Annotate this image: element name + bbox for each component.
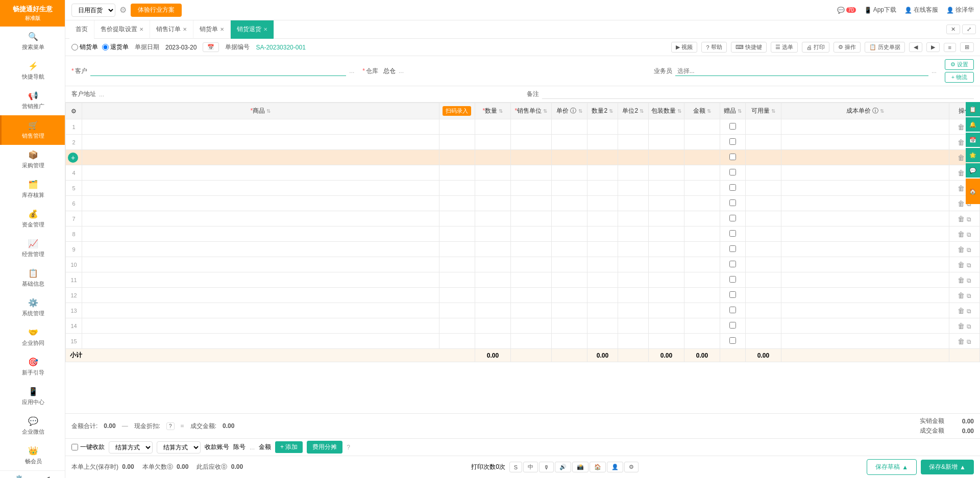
qty2-cell-4[interactable] (587, 165, 618, 181)
copy-btn-11[interactable]: ⧉ (967, 277, 971, 284)
footer-icon-5[interactable]: 📸 (572, 462, 589, 472)
product-input-2[interactable] (84, 138, 437, 146)
unit-cell-11[interactable] (510, 272, 551, 288)
shortcut-btn[interactable]: ⌨ 快捷键 (731, 42, 767, 53)
amount-cell-5[interactable] (684, 181, 720, 196)
product-input-3[interactable] (84, 154, 437, 161)
list-view-btn[interactable]: ≡ (944, 43, 956, 52)
qty-cell-15[interactable] (475, 334, 510, 349)
avail-cell-4[interactable] (745, 165, 781, 181)
topbar-settings-icon[interactable]: ⚙ (119, 5, 127, 15)
price-cell-1[interactable] (551, 119, 587, 135)
sidebar-item-member[interactable]: 👑 畅会员 (0, 441, 65, 470)
del-btn-14[interactable]: 🗑 (958, 322, 965, 330)
gift-checkbox-11[interactable] (729, 276, 736, 283)
product-cell-13[interactable] (82, 303, 439, 318)
gift-cell-8[interactable] (720, 227, 745, 242)
tab-close-all-btn[interactable]: ✕ (946, 24, 960, 34)
cost-cell-1[interactable] (781, 119, 949, 135)
unit2-cell-12[interactable] (618, 288, 648, 303)
copy-btn-15[interactable]: ⧉ (967, 338, 971, 345)
price-cell-10[interactable] (551, 257, 587, 272)
product-input-10[interactable] (84, 261, 437, 268)
product-cell-7[interactable] (82, 211, 439, 227)
tab-sales-order-close[interactable]: ✕ (183, 27, 187, 32)
gift-cell-14[interactable] (720, 318, 745, 334)
cost-cell-12[interactable] (781, 288, 949, 303)
qty2-cell-3[interactable] (587, 150, 618, 165)
experience-btn[interactable]: 体验行业方案 (131, 4, 182, 17)
footer-icon-3[interactable]: 🎙 (539, 462, 554, 472)
gift-checkbox-5[interactable] (729, 184, 736, 191)
qty-cell-1[interactable] (475, 119, 510, 135)
pkg-cell-10[interactable] (648, 257, 684, 272)
unit-cell-13[interactable] (510, 303, 551, 318)
qty2-cell-1[interactable] (587, 119, 618, 135)
right-float-btn-5[interactable]: 💬 (966, 163, 980, 178)
product-cell-10[interactable] (82, 257, 439, 272)
qty-cell-11[interactable] (475, 272, 510, 288)
address-dots[interactable]: ... (99, 91, 104, 98)
radio-return[interactable]: 退货单 (102, 43, 129, 52)
qty2-cell-15[interactable] (587, 334, 618, 349)
unit-cell-4[interactable] (510, 165, 551, 181)
select-btn[interactable]: ☰ 选单 (771, 42, 798, 53)
amount-cell-3[interactable] (684, 150, 720, 165)
qty-cell-10[interactable] (475, 257, 510, 272)
pkg-cell-6[interactable] (648, 196, 684, 211)
unit2-cell-9[interactable] (618, 242, 648, 257)
tab-sales-return-close[interactable]: ✕ (263, 27, 267, 32)
gift-cell-15[interactable] (720, 334, 745, 349)
gift-checkbox-6[interactable] (729, 199, 736, 206)
unit-cell-3[interactable] (510, 150, 551, 165)
gift-cell-7[interactable] (720, 211, 745, 227)
footer-icon-6[interactable]: 🏠 (590, 462, 606, 472)
gift-checkbox-13[interactable] (729, 307, 736, 313)
amount-cell-14[interactable] (684, 318, 720, 334)
product-input-9[interactable] (84, 245, 437, 253)
product-cell-3[interactable] (82, 150, 439, 165)
fee-help-icon[interactable]: ? (347, 444, 350, 451)
unit-cell-6[interactable] (510, 196, 551, 211)
qty-cell-8[interactable] (475, 227, 510, 242)
qty2-cell-2[interactable] (587, 135, 618, 150)
gift-cell-6[interactable] (720, 196, 745, 211)
gift-cell-9[interactable] (720, 242, 745, 257)
fee-split-btn[interactable]: 费用分摊 (307, 441, 342, 454)
pkg-cell-12[interactable] (648, 288, 684, 303)
qty-cell-2[interactable] (475, 135, 510, 150)
unit-cell-14[interactable] (510, 318, 551, 334)
price-cell-8[interactable] (551, 227, 587, 242)
avail-cell-6[interactable] (745, 196, 781, 211)
gift-checkbox-14[interactable] (729, 322, 736, 329)
pkg-cell-2[interactable] (648, 135, 684, 150)
del-btn-2[interactable]: 🗑 (958, 138, 965, 146)
remark-input[interactable] (542, 89, 974, 99)
avail-cell-2[interactable] (745, 135, 781, 150)
unit2-cell-15[interactable] (618, 334, 648, 349)
cost-cell-10[interactable] (781, 257, 949, 272)
product-cell-12[interactable] (82, 288, 439, 303)
unit2-cell-10[interactable] (618, 257, 648, 272)
gift-checkbox-10[interactable] (729, 261, 736, 267)
user-menu-btn[interactable]: 👤 徐泽华 (946, 6, 974, 14)
avail-cell-15[interactable] (745, 334, 781, 349)
gift-cell-11[interactable] (720, 272, 745, 288)
product-cell-14[interactable] (82, 318, 439, 334)
pkg-cell-8[interactable] (648, 227, 684, 242)
qty2-cell-7[interactable] (587, 211, 618, 227)
avail-cell-9[interactable] (745, 242, 781, 257)
amount-cell-8[interactable] (684, 227, 720, 242)
print-btn[interactable]: 🖨 打印 (802, 42, 829, 53)
footer-icon-8[interactable]: ⚙ (624, 462, 639, 472)
sidebar-item-apps[interactable]: 📱 应用中心 (0, 382, 65, 411)
product-input-15[interactable] (84, 337, 437, 345)
product-cell-8[interactable] (82, 227, 439, 242)
amount-cell-2[interactable] (684, 135, 720, 150)
amount-cell-13[interactable] (684, 303, 720, 318)
price-cell-11[interactable] (551, 272, 587, 288)
copy-btn-9[interactable]: ⧉ (967, 246, 971, 254)
col-settings[interactable]: ⚙ (66, 103, 82, 119)
gift-cell-5[interactable] (720, 181, 745, 196)
price-cell-15[interactable] (551, 334, 587, 349)
